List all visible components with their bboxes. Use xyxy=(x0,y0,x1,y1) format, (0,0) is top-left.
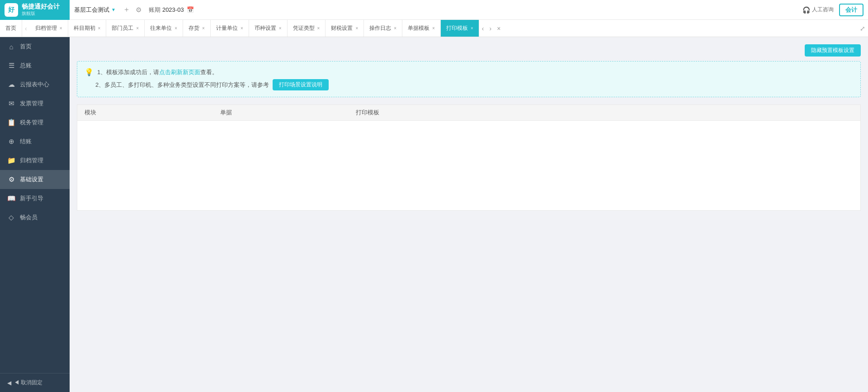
sidebar-item-member[interactable]: ◇ 畅会员 xyxy=(0,208,70,227)
content-area: 隐藏预置模板设置 💡 1、模板添加成功后，请 点击刷新新页面 查看。 2、多员工… xyxy=(70,37,868,392)
tax-icon: 📋 xyxy=(7,118,15,127)
tab-bar: 首页 ‹ 归档管理 × 科目期初 × 部门员工 × 往来单位 × 存货 × 计量… xyxy=(0,20,868,37)
logo-text-group: 畅捷通好会计 旗舰版 xyxy=(22,3,60,17)
tab-往来单位[interactable]: 往来单位 × xyxy=(145,20,183,37)
tab-home[interactable]: 首页 xyxy=(0,20,22,37)
info-refresh-link[interactable]: 点击刷新新页面 xyxy=(159,68,200,76)
sidebar-label-cloud-reports: 云报表中心 xyxy=(20,80,49,89)
tab-close-操作日志[interactable]: × xyxy=(394,26,396,31)
period-value: 2023-03 xyxy=(162,6,184,13)
print-scene-btn[interactable]: 打印场景设置说明 xyxy=(273,79,329,90)
tab-close-往来单位[interactable]: × xyxy=(175,26,177,31)
sidebar-item-ledger[interactable]: ☰ 总账 xyxy=(0,56,70,75)
tab-归档管理[interactable]: 归档管理 × xyxy=(30,20,68,37)
sidebar-item-cloud-reports[interactable]: ☁ 云报表中心 xyxy=(0,75,70,94)
tab-close-凭证类型[interactable]: × xyxy=(317,26,320,31)
tab-计量单位[interactable]: 计量单位 × xyxy=(211,20,249,37)
sidebar-item-checkout[interactable]: ⊕ 结账 xyxy=(0,132,70,151)
info-box: 💡 1、模板添加成功后，请 点击刷新新页面 查看。 2、多员工、多打印机、多种业… xyxy=(77,61,861,97)
tab-科目期初[interactable]: 科目期初 × xyxy=(68,20,107,37)
sidebar-label-invoice: 发票管理 xyxy=(20,99,43,108)
sidebar-item-home[interactable]: ⌂ 首页 xyxy=(0,37,70,56)
tab-财税设置[interactable]: 财税设置 × xyxy=(326,20,364,37)
tab-操作日志[interactable]: 操作日志 × xyxy=(364,20,402,37)
tab-expand-btn[interactable]: ⤢ xyxy=(857,20,868,37)
col-single: 单据 xyxy=(220,109,356,117)
period-label: 账期 xyxy=(149,6,160,14)
member-icon: ◇ xyxy=(7,213,15,222)
add-company-btn[interactable]: ＋ xyxy=(123,5,130,14)
tab-凭证类型[interactable]: 凭证类型 × xyxy=(288,20,326,37)
sidebar-item-invoice[interactable]: ✉ 发票管理 xyxy=(0,94,70,113)
info-text-2-before: 2、多员工、多打印机、多种业务类型设置不同打印方案等，请参考 xyxy=(95,81,269,89)
headset-icon: 🎧 xyxy=(802,6,810,14)
col-module: 模块 xyxy=(85,109,220,117)
cloud-icon: ☁ xyxy=(7,80,15,89)
tab-单据模板[interactable]: 单据模板 × xyxy=(402,20,441,37)
bulb-icon: 💡 xyxy=(85,68,94,76)
company-selector[interactable]: 基层工会测试 ▼ xyxy=(74,6,116,14)
sidebar-label-checkout: 结账 xyxy=(20,137,32,146)
archive-icon: 📁 xyxy=(7,156,15,165)
calendar-icon[interactable]: 📅 xyxy=(187,6,194,13)
header-center: 基层工会测试 ▼ ＋ ⚙ 账期 2023-03 📅 xyxy=(70,5,802,14)
header-right: 🎧 人工咨询 会计 xyxy=(802,4,863,16)
sidebar-unpin-label: ◀ 取消固定 xyxy=(14,379,42,387)
settings-gear-icon: ⚙ xyxy=(7,175,15,184)
info-row-2: 2、多员工、多打印机、多种业务类型设置不同打印方案等，请参考 打印场景设置说明 xyxy=(85,79,853,90)
sidebar-item-basic-settings[interactable]: ⚙ 基础设置 xyxy=(0,170,70,189)
tab-close-单据模板[interactable]: × xyxy=(432,26,435,31)
logo-icon: 好 xyxy=(5,3,18,17)
sidebar-label-archive: 归档管理 xyxy=(20,156,43,165)
customer-service-label: 人工咨询 xyxy=(812,6,834,14)
tab-nav-left[interactable]: ‹ xyxy=(479,20,487,37)
main-layout: ⌂ 首页 ☰ 总账 ☁ 云报表中心 ✉ 发票管理 📋 税务管理 ⊕ 结账 📁 归… xyxy=(0,37,868,392)
tab-存货[interactable]: 存货 × xyxy=(183,20,211,37)
hide-template-btn[interactable]: 隐藏预置模板设置 xyxy=(805,44,861,57)
sidebar-label-member: 畅会员 xyxy=(20,213,38,222)
col-template: 打印模板 xyxy=(356,109,853,117)
tab-nav-right[interactable]: › xyxy=(486,20,494,37)
tab-close-存货[interactable]: × xyxy=(202,26,205,31)
sidebar-item-beginner[interactable]: 📖 新手引导 xyxy=(0,189,70,208)
table-header: 模块 单据 打印模板 xyxy=(77,104,861,120)
tab-打印模板[interactable]: 打印模板 × xyxy=(441,20,479,37)
tab-币种设置[interactable]: 币种设置 × xyxy=(249,20,288,37)
sidebar-unpin-btn[interactable]: ◀ ◀ 取消固定 xyxy=(0,373,70,392)
settings-icon[interactable]: ⚙ xyxy=(136,6,142,14)
tab-close-打印模板[interactable]: × xyxy=(471,26,473,31)
sidebar: ⌂ 首页 ☰ 总账 ☁ 云报表中心 ✉ 发票管理 📋 税务管理 ⊕ 结账 📁 归… xyxy=(0,37,70,392)
tab-nav-prev[interactable]: ‹ xyxy=(22,20,30,37)
ledger-icon: ☰ xyxy=(7,61,15,70)
sidebar-label-tax: 税务管理 xyxy=(20,118,43,127)
top-header: 好 畅捷通好会计 旗舰版 基层工会测试 ▼ ＋ ⚙ 账期 2023-03 📅 🎧… xyxy=(0,0,868,20)
sidebar-item-archive[interactable]: 📁 归档管理 xyxy=(0,151,70,170)
sidebar-label-home: 首页 xyxy=(20,43,32,51)
tab-close-归档管理[interactable]: × xyxy=(60,26,62,31)
table-body xyxy=(77,120,861,211)
tab-close-all-btn[interactable]: × xyxy=(494,20,503,37)
tab-close-计量单位[interactable]: × xyxy=(241,26,243,31)
company-name: 基层工会测试 xyxy=(74,6,109,14)
info-text-1-after: 查看。 xyxy=(200,68,218,76)
tab-close-部门员工[interactable]: × xyxy=(136,26,139,31)
customer-service-btn[interactable]: 🎧 人工咨询 xyxy=(802,6,834,14)
tab-close-财税设置[interactable]: × xyxy=(355,26,358,31)
account-button[interactable]: 会计 xyxy=(839,4,863,16)
sidebar-label-beginner: 新手引导 xyxy=(20,194,43,203)
unpin-icon: ◀ xyxy=(7,380,11,386)
company-dropdown-icon: ▼ xyxy=(111,7,116,12)
sidebar-label-ledger: 总账 xyxy=(20,61,32,70)
logo-area: 好 畅捷通好会计 旗舰版 xyxy=(0,0,70,20)
info-text-1-before: 1、模板添加成功后，请 xyxy=(97,68,159,76)
tab-部门员工[interactable]: 部门员工 × xyxy=(106,20,145,37)
sidebar-item-tax[interactable]: 📋 税务管理 xyxy=(0,113,70,132)
book-icon: 📖 xyxy=(7,194,15,203)
info-row-1: 💡 1、模板添加成功后，请 点击刷新新页面 查看。 xyxy=(85,68,853,76)
tab-close-币种设置[interactable]: × xyxy=(279,26,282,31)
checkout-icon: ⊕ xyxy=(7,137,15,146)
sidebar-label-basic-settings: 基础设置 xyxy=(20,175,43,184)
invoice-icon: ✉ xyxy=(7,99,15,108)
tab-close-科目期初[interactable]: × xyxy=(98,26,101,31)
logo-title: 畅捷通好会计 xyxy=(22,3,60,10)
